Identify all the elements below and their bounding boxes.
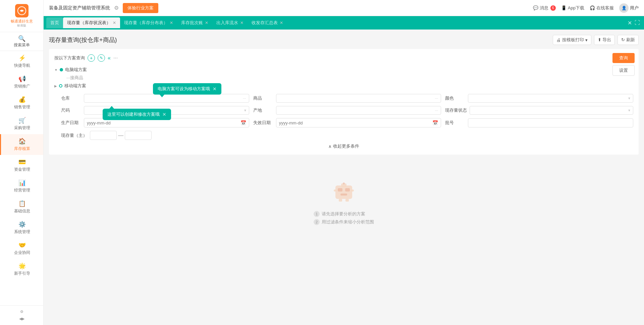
tab-in-out-flow-close[interactable]: ✕ [240,20,244,25]
purchase-icon: 🛒 [18,117,26,124]
empty-hints: 1 请先选择要分析的方案 2 用过滤条件来缩小分析范围 [314,211,374,225]
sidebar-item-finance[interactable]: 💳 资金管理 [0,155,43,176]
page-title: 现存量查询(按仓库+商品) [49,36,117,44]
produce-date-from-cal-icon[interactable]: 📅 [240,120,246,125]
scheme-item-mobile[interactable]: ▶ 移动端方案 [54,82,633,90]
color-label: 颜色 [445,95,465,101]
sidebar-item-purchase[interactable]: 🛒 采购管理 [0,113,43,134]
filter-label: 按以下方案查询 [54,55,85,61]
filter-panel: 按以下方案查询 + ✎ « ··· ▼ 电脑端方案 ···接商品 [49,49,639,155]
collapse-label: 收起更多条件 [333,143,359,149]
filter-edit-btn[interactable]: ✎ [98,54,105,62]
sidebar-item-sales-label: 销售管理 [14,104,30,110]
tab-bar-right: ✕ ⛶ [628,20,641,26]
filter-add-btn[interactable]: + [88,54,95,62]
batch-input[interactable] [468,118,633,127]
filter-origin: 产地 ··· [253,106,441,115]
product-select[interactable]: ··· [276,94,441,103]
tab-stock-batch-close[interactable]: ✕ [205,20,208,25]
sidebar-collapse-btn[interactable]: ◀▶ [19,317,24,321]
size-chevron-icon: ▾ [244,108,246,113]
tab-stock-status-close[interactable]: ✕ [113,20,116,25]
tab-close-all-btn[interactable]: ✕ [628,20,632,26]
msg-badge: 6 [550,5,556,11]
sidebar-item-inventory[interactable]: 🏠 库存核算 [0,134,43,155]
sidebar-item-marketing[interactable]: 📢 营销推广 [0,72,43,93]
user-area[interactable]: 👤 用户 [619,3,639,13]
filter-more-btn[interactable]: ··· [113,55,118,61]
svg-point-10 [343,182,345,184]
logo-area: 畅通通好生意 标准版 [0,0,43,32]
origin-chevron-icon: ··· [435,108,438,113]
filter-stock-qty: 现存量（主） — [61,131,249,140]
expire-date-from-cal-icon[interactable]: 📅 [432,120,438,125]
app-download-btn[interactable]: 📱 App下载 [561,5,584,11]
sidebar-item-operations-label: 经营管理 [14,187,30,193]
product-label: 商品 [253,95,273,101]
sidebar-item-sales[interactable]: 💰 销售管理 [0,93,43,113]
tab-stock-dist[interactable]: 现存量（库存分布表） ✕ [120,17,177,28]
tab-fullscreen-btn[interactable]: ⛶ [635,20,640,26]
sidebar-item-inventory-label: 库存核算 [14,146,30,152]
tab-stock-batch[interactable]: 库存批次账 ✕ [177,17,212,28]
reset-btn[interactable]: 设置 [612,65,635,76]
sidebar-item-basic[interactable]: 📋 基础信息 [0,197,43,217]
expire-date-from-input[interactable] [279,120,431,125]
guide-icon: 🌟 [18,262,26,270]
online-service-btn[interactable]: 🎧 在线客服 [590,5,614,11]
search-btn[interactable]: 查询 [612,53,635,63]
online-service-label: 在线客服 [596,5,614,11]
search-menu-item[interactable]: 🔍 搜索菜单 [0,32,43,51]
header-gear-icon[interactable]: ⚙ [114,5,119,11]
tab-in-out-flow[interactable]: 出入库流水 ✕ [212,17,248,28]
sales-icon: 💰 [18,96,26,103]
experience-btn[interactable]: 体验行业方案 [123,3,158,13]
scheme-tree: ▼ 电脑端方案 ···接商品 ▶ 移动端方案 [54,66,633,90]
sidebar-item-enterprise[interactable]: 🤝 企业协同 [0,238,43,259]
sidebar-settings-btn[interactable]: ⚙ [20,310,23,314]
stock-qty-to-input[interactable] [125,131,152,140]
tab-collect-summary-close[interactable]: ✕ [280,20,283,25]
product-chevron-icon: ··· [435,96,438,101]
header-right: 💬 消息 6 📱 App下载 🎧 在线客服 👤 用户 [533,3,639,13]
scheme-tooltip-close[interactable]: ✕ [213,86,217,92]
expire-date-from[interactable]: 📅 [276,118,441,127]
scheme-sub-item[interactable]: ···接商品 [60,74,633,82]
messages-btn[interactable]: 💬 消息 6 [533,5,556,11]
svg-rect-5 [339,199,342,202]
tab-stock-dist-close[interactable]: ✕ [170,20,173,25]
sidebar-item-guide[interactable]: 🌟 新手引导 [0,259,43,280]
sidebar-item-basic-label: 基础信息 [14,208,30,214]
filter-back-btn[interactable]: « [108,55,111,61]
export-btn[interactable]: ⬆ 导出 [594,35,615,45]
create-tooltip-close[interactable]: ✕ [162,112,166,117]
collapse-btn[interactable]: ∧ 收起更多条件 [54,143,633,149]
filter-header: 按以下方案查询 + ✎ « ··· [54,54,633,62]
tab-stock-status[interactable]: 现存量（库存状况表） ✕ [63,17,120,28]
sidebar-footer: ⚙ ◀▶ [0,305,43,325]
tab-in-out-flow-label: 出入库流水 [216,20,238,26]
sidebar-item-operations[interactable]: 📊 经营管理 [0,176,43,197]
mobile-scheme-label: 移动端方案 [64,83,86,89]
color-select[interactable]: ▾ [468,94,633,103]
produce-date-from-input[interactable] [87,120,239,125]
origin-select[interactable]: ··· [276,106,441,115]
empty-illustration [330,179,357,206]
stock-qty-from-input[interactable] [90,131,117,140]
stock-status-select[interactable]: ▾ [470,106,633,115]
warehouse-select[interactable]: ··· [84,94,249,103]
svg-rect-1 [335,185,352,199]
sidebar-item-system[interactable]: ⚙️ 系统管理 [0,217,43,238]
tab-home[interactable]: 首页 [46,17,63,28]
tab-collect-summary[interactable]: 收发存汇总表 ✕ [248,17,287,28]
sidebar-item-quick[interactable]: ⚡ 快捷导航 [0,51,43,72]
sidebar-item-finance-label: 资金管理 [14,167,30,172]
tab-collect-summary-label: 收发存汇总表 [252,20,278,26]
quick-nav-icon: ⚡ [18,54,26,62]
template-print-btn[interactable]: 🖨 按模板打印 ▾ [553,35,591,45]
refresh-btn[interactable]: ↻ 刷新 [618,35,639,45]
refresh-icon: ↻ [621,37,625,42]
stock-qty-label: 现存量（主） [61,132,87,139]
export-icon: ⬆ [598,37,601,42]
scheme-item-pc[interactable]: ▼ 电脑端方案 [54,66,633,74]
